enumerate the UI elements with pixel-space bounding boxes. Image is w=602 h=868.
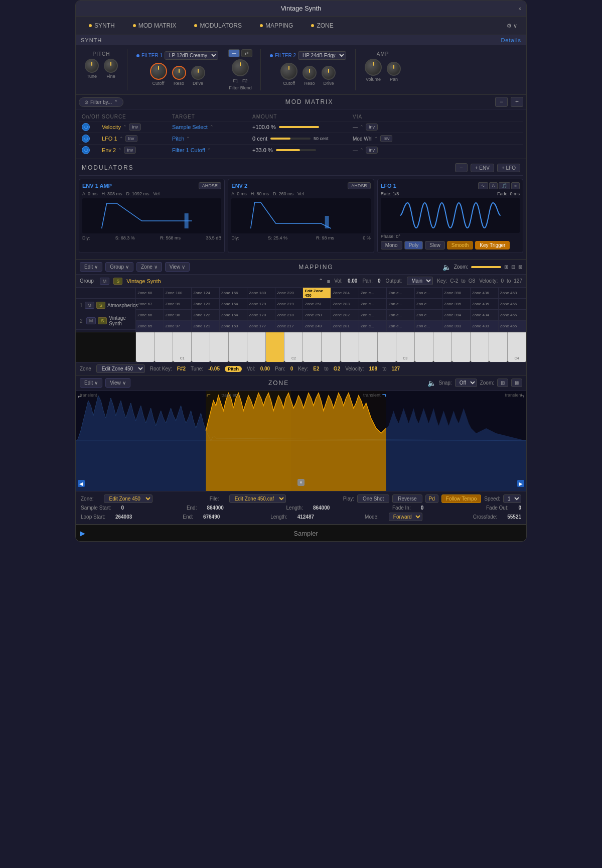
zone-r2-99[interactable]: Zone 99	[164, 299, 192, 309]
zone-view-button[interactable]: View ∨	[105, 378, 130, 388]
zone-r2-251[interactable]: Zone 251	[303, 299, 331, 309]
zone-r2-123[interactable]: Zone 123	[192, 299, 220, 309]
zone-col-100[interactable]: Zone 100	[164, 288, 192, 298]
details-button[interactable]: Details	[501, 37, 521, 43]
group-output-select[interactable]: Main	[407, 277, 433, 285]
zone-zoom-fit-button[interactable]: ⊠	[511, 379, 522, 387]
group-item-1[interactable]: 1 M S Atmospherics	[76, 299, 135, 312]
group-select-icon[interactable]: ⌃	[319, 278, 323, 284]
zone-col-468[interactable]: Zone 468	[499, 288, 526, 298]
zone-r3-122[interactable]: Zone 122	[192, 310, 220, 320]
zone-r3-s2[interactable]: Zon e...	[387, 310, 415, 320]
zone-col-68[interactable]: Zone 68	[136, 288, 164, 298]
follow-tempo-button[interactable]: Follow Tempo	[441, 494, 482, 503]
filter2-drive-knob[interactable]	[322, 66, 336, 80]
mod-row-1-target-arrow[interactable]: ⌃	[210, 125, 214, 130]
piano-key-white-3[interactable]: C1	[173, 332, 192, 362]
zone-r2-395[interactable]: Zone 395	[442, 299, 471, 309]
zone-col-156[interactable]: Zone 156	[220, 288, 248, 298]
piano-key-white-17[interactable]	[433, 332, 452, 362]
snap-select[interactable]: Off	[455, 379, 477, 387]
mod-row-1-inv-source[interactable]: Inv	[129, 123, 141, 131]
footer-play-icon[interactable]: ▶	[80, 529, 85, 537]
zone-r4-249[interactable]: Zone 249	[303, 321, 331, 331]
piano-key-white-11[interactable]	[322, 332, 340, 362]
gear-button[interactable]: ⚙ ∨	[503, 21, 521, 31]
zone-edit-button[interactable]: Edit ∨	[80, 378, 102, 388]
piano-key-white-6[interactable]	[229, 332, 247, 362]
tune-knob[interactable]	[85, 59, 99, 73]
group-item-2[interactable]: 2 M S Vintage Synth	[76, 312, 135, 330]
tab-zone[interactable]: ZONE	[303, 20, 341, 32]
mapping-fit-icon[interactable]: ⊠	[518, 264, 522, 270]
mod-row-2-power[interactable]: ⏻	[82, 135, 90, 143]
mapping-grid-icon-1[interactable]: ⊞	[504, 264, 508, 270]
mod-row-3-inv-source[interactable]: Inv	[124, 147, 136, 154]
zone-r2-435[interactable]: Zone 435	[471, 299, 499, 309]
piano-key-white-9[interactable]: C2	[284, 332, 303, 362]
group1-s-button[interactable]: S	[96, 302, 105, 309]
zone-r4-393[interactable]: Zone 393	[442, 321, 471, 331]
zone-col-284[interactable]: Zone 284	[331, 288, 359, 298]
tab-synth[interactable]: SYNTH	[81, 20, 123, 32]
zone-r2-67[interactable]: Zone 67	[136, 299, 164, 309]
pd-button[interactable]: Pd	[425, 494, 438, 503]
zone-r2-219[interactable]: Zone 219	[275, 299, 304, 309]
zone-speaker-icon[interactable]: 🔈	[427, 379, 436, 387]
playhead[interactable]: ×	[297, 479, 305, 486]
zone-r3-178[interactable]: Zone 178	[247, 310, 275, 320]
mod-matrix-plus-button[interactable]: +	[511, 97, 523, 107]
mod-row-1-slider[interactable]	[279, 126, 319, 128]
zone-zoom-in-button[interactable]: ⊞	[497, 379, 508, 387]
zone-bar-select[interactable]: Edit Zone 450	[96, 364, 145, 373]
piano-key-white-4[interactable]	[192, 332, 210, 362]
zone-file-select[interactable]: Edit Zone 450.caf	[229, 494, 286, 503]
filter1-reso-knob[interactable]	[172, 66, 186, 80]
loop-end-marker[interactable]: ¬	[382, 391, 386, 399]
filter1-drive-knob[interactable]	[191, 66, 205, 80]
piano-key-white-18[interactable]	[452, 332, 471, 362]
zone-r2-179[interactable]: Zone 179	[247, 299, 275, 309]
zone-r4-153[interactable]: Zone 153	[220, 321, 248, 331]
group1-m-button[interactable]: M	[85, 302, 95, 309]
zone-r3-282[interactable]: Zone 282	[331, 310, 359, 320]
piano-key-white-1[interactable]	[136, 332, 155, 362]
filter2-type-select[interactable]: HP 24dB Edgy	[298, 51, 346, 60]
zone-r3-154[interactable]: Zone 154	[220, 310, 248, 320]
zone-r4-217[interactable]: Zone 217	[275, 321, 304, 331]
lfo1-key-trigger-button[interactable]: Key Trigger	[475, 241, 510, 250]
tab-modulators[interactable]: MODULATORS	[186, 20, 250, 32]
modulators-minus-button[interactable]: −	[455, 163, 467, 172]
group-list-icon[interactable]: ≡	[327, 278, 330, 284]
mod-row-3-slider[interactable]	[276, 149, 316, 151]
lfo1-wave-tri[interactable]: /\	[489, 182, 498, 189]
mod-row-2-slider[interactable]	[270, 138, 311, 140]
zone-r3-394[interactable]: Zone 394	[442, 310, 471, 320]
lfo1-slew-button[interactable]: Slew	[425, 241, 445, 250]
zone-r3-s3[interactable]: Zon e...	[415, 310, 443, 320]
lfo1-smooth-button[interactable]: Smooth	[447, 241, 473, 250]
zone-r4-s1[interactable]: Zon e...	[359, 321, 387, 331]
filter2-cutoff-knob[interactable]	[280, 63, 297, 80]
mod-row-1-source-arrow[interactable]: ⌃	[123, 125, 127, 130]
zone-r2-s1[interactable]: Zon e...	[359, 299, 387, 309]
add-env-button[interactable]: + ENV	[471, 164, 494, 172]
zone-col-124[interactable]: Zone 124	[192, 288, 220, 298]
zone-r3-98[interactable]: Zone 98	[164, 310, 192, 320]
mod-row-1-inv-via[interactable]: Inv	[366, 123, 378, 131]
piano-key-white-2[interactable]	[155, 332, 173, 362]
group2-m-button[interactable]: M	[86, 317, 96, 324]
mod-row-3-source-arrow[interactable]: ⌃	[118, 148, 122, 153]
mapping-grid-icon-2[interactable]: ⊟	[511, 264, 515, 270]
zone-r2-s2[interactable]: Zon e...	[387, 299, 415, 309]
mapping-zoom-slider[interactable]	[471, 266, 501, 268]
mod-row-3-power[interactable]: ⏻	[82, 146, 90, 154]
zone-r4-97[interactable]: Zone 97	[164, 321, 192, 331]
mod-row-3-target-arrow[interactable]: ⌃	[207, 148, 211, 153]
piano-key-white-19[interactable]	[471, 332, 489, 362]
scroll-left-arrow[interactable]: ◀	[78, 480, 85, 487]
zone-r3-s1[interactable]: Zon e...	[359, 310, 387, 320]
lfo1-extra-btn[interactable]: ≈	[511, 182, 520, 189]
zone-col-small-1[interactable]: Zon e...	[359, 288, 387, 298]
piano-key-white-14[interactable]	[378, 332, 396, 362]
